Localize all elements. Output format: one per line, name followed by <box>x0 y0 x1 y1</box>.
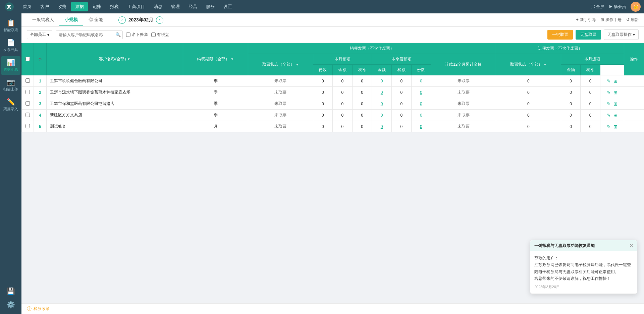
nav-message[interactable]: 消息 <box>150 2 166 11</box>
row-purchase-status: 未取票 <box>431 110 496 121</box>
row-sales-status: 未取票 <box>248 75 313 87</box>
nav-bookkeeping[interactable]: 记账 <box>89 2 105 11</box>
scan-icon: 📷 <box>7 79 15 85</box>
row-sales-monthly-amount: 0 <box>333 110 353 121</box>
table-row: 2 卫辉市汲水镇下图调香龛菖蒲木种植家庭农场 季 未取票 0 0 0 0 0 0… <box>22 87 644 98</box>
row-index: 4 <box>34 110 47 121</box>
row-checkbox-2[interactable] <box>25 101 30 106</box>
customer-filter-icon[interactable]: ▼ <box>127 57 130 61</box>
sidebar-bottom-download[interactable]: 💾 <box>1 285 20 297</box>
notification-text: 江苏政务网已恢复访问电子税务局功能，易代账一键登陆电子税务局与无盘取票相关功能可… <box>534 261 633 275</box>
diskless-operation-label: 无盘取票操作 <box>607 32 632 38</box>
sidebar-item-entry[interactable]: ✏️ 票据录入 <box>1 96 20 114</box>
nav-manage[interactable]: 管理 <box>167 2 184 11</box>
period-next-btn[interactable]: › <box>156 16 163 24</box>
sub-accounts-checkbox[interactable] <box>126 33 130 37</box>
select-all-checkbox[interactable] <box>25 57 30 61</box>
period-prev-btn[interactable]: ‹ <box>118 16 126 24</box>
row-sales-monthly-share: 0 <box>313 110 333 121</box>
row-actions: ✎ ⊞ <box>600 75 624 87</box>
row-customer-name: 卫辉市玖玖健合医药有限公司 <box>47 75 183 87</box>
tab-small-scale[interactable]: 小规模 <box>59 14 83 26</box>
row-checkbox-cell <box>22 110 34 121</box>
table-row: 1 卫辉市玖玖健合医药有限公司 季 未取票 0 0 0 0 0 0 未取票 0 … <box>22 75 644 87</box>
purchase-status-filter-icon[interactable]: ▼ <box>543 63 547 66</box>
row-purchase-monthly-amount: 0 <box>561 121 581 132</box>
tab-all[interactable]: ◎ 全能 <box>83 14 108 26</box>
fullscreen-btn[interactable]: ⛶ 全屏 <box>591 4 604 10</box>
period-nav: ‹ 2023年02月 › <box>118 16 164 24</box>
row-index: 3 <box>34 98 47 110</box>
row-detail-icon[interactable]: ⊞ <box>613 124 618 129</box>
row-edit-icon[interactable]: ✎ <box>607 90 611 95</box>
nav-invoice[interactable]: 票据 <box>71 2 88 11</box>
row-edit-icon[interactable]: ✎ <box>607 113 611 118</box>
period-text: 2023年02月 <box>128 17 154 23</box>
search-button[interactable]: 🔍 <box>115 32 121 37</box>
avatar[interactable]: 🐱 <box>631 2 641 12</box>
row-sales-quarterly-amount: 0 <box>372 121 392 132</box>
row-checkbox-4[interactable] <box>25 124 30 128</box>
tax-policy-link[interactable]: 税务政策 <box>34 306 50 312</box>
row-sales-cumulative: 0 <box>411 98 431 110</box>
row-sales-quarterly-tax: 0 <box>391 110 411 121</box>
search-input[interactable] <box>56 30 123 39</box>
sub-tabs: 一般纳税人 小规模 ◎ 全能 ‹ 2023年02月 › ✦ 新手引导 ⊞ 操作手… <box>21 13 644 27</box>
employee-filter-label: 全部员工 <box>30 32 46 38</box>
sidebar-item-smart-ticket-label: 智能取票 <box>3 27 18 33</box>
tax-period-filter-icon[interactable]: ▼ <box>230 57 234 61</box>
notification-date: 2023年3月20日 <box>534 284 633 290</box>
row-detail-icon[interactable]: ⊞ <box>613 90 618 95</box>
row-edit-icon[interactable]: ✎ <box>607 78 611 84</box>
sidebar-bottom-settings[interactable]: ⚙️ <box>1 299 20 311</box>
has-tax-disk-checkbox[interactable] <box>151 33 156 37</box>
member-btn[interactable]: ▶ 畅会员 <box>609 4 626 10</box>
sales-status-filter-icon[interactable]: ▼ <box>296 63 299 66</box>
nav-service[interactable]: 服务 <box>202 2 219 11</box>
row-edit-icon[interactable]: ✎ <box>607 101 611 107</box>
row-detail-icon[interactable]: ⊞ <box>613 78 618 84</box>
sidebar-item-summary[interactable]: 📊 票据汇总 <box>1 56 20 75</box>
th-tax-period: 纳税期限（全部） ▼ <box>183 43 248 75</box>
refresh-btn[interactable]: ↺ 刷新 <box>626 17 639 23</box>
nav-business[interactable]: 工商项目 <box>123 2 149 11</box>
row-checkbox-cell <box>22 121 34 132</box>
row-purchase-monthly-share: 0 <box>496 121 561 132</box>
tab-general-taxpayer[interactable]: 一般纳税人 <box>27 14 59 26</box>
manual-btn[interactable]: ⊞ 操作手册 <box>601 17 621 23</box>
nav-settings[interactable]: 设置 <box>219 2 236 11</box>
nav-items: 首页 客户 收费 票据 记账 报税 工商项目 消息 管理 经营 服务 设置 <box>19 2 591 11</box>
row-detail-icon[interactable]: ⊞ <box>613 113 618 118</box>
th-sales-monthly: 本月销项 <box>313 54 372 65</box>
sub-accounts-checkbox-label[interactable]: 名下账套 <box>126 32 148 38</box>
row-actions: ✎ ⊞ <box>600 98 624 110</box>
th-sales-cumulative: 连续12个月累计金额 <box>431 54 496 75</box>
notification-close-btn[interactable]: × <box>630 243 633 248</box>
notification-apology: 给您带来的不便敬请谅解，祝您工作愉快！ <box>534 275 633 282</box>
table-settings-icon[interactable]: ⚙ <box>38 57 42 62</box>
nav-customer[interactable]: 客户 <box>36 2 53 11</box>
row-checkbox-1[interactable] <box>25 90 30 94</box>
nav-tax[interactable]: 报税 <box>106 2 123 11</box>
row-sales-quarterly-tax: 0 <box>391 75 411 87</box>
diskless-ticket-btn[interactable]: 无盘取票 <box>576 30 601 40</box>
row-checkbox-3[interactable] <box>25 113 30 117</box>
table-row: 5 测试账套 月 未取票 0 0 0 0 0 0 未取票 0 0 0 ✎ ⊞ <box>22 121 644 132</box>
employee-filter[interactable]: 全部员工 ▾ <box>27 30 52 39</box>
row-sales-monthly-share: 0 <box>313 87 333 98</box>
sidebar-item-invoice[interactable]: 📄 发票开具 <box>1 37 20 55</box>
nav-home[interactable]: 首页 <box>19 2 36 11</box>
row-edit-icon[interactable]: ✎ <box>607 124 611 129</box>
row-detail-icon[interactable]: ⊞ <box>613 101 618 107</box>
nav-billing[interactable]: 收费 <box>54 2 70 11</box>
row-checkbox-0[interactable] <box>25 78 30 83</box>
has-tax-disk-checkbox-label[interactable]: 有税盘 <box>151 32 169 38</box>
has-tax-disk-label: 有税盘 <box>157 32 169 38</box>
nav-operation[interactable]: 经营 <box>184 2 201 11</box>
sidebar-item-smart-ticket[interactable]: 📋 智能取票 <box>1 17 20 35</box>
newbie-guide-btn[interactable]: ✦ 新手引导 <box>576 17 596 23</box>
row-sales-quarterly-amount: 0 <box>372 87 392 98</box>
diskless-operation-btn[interactable]: 无盘取票操作 ▾ <box>604 29 639 40</box>
sidebar-item-scan[interactable]: 📷 扫描上传 <box>1 76 20 95</box>
one-click-ticket-btn[interactable]: 一键取票 <box>547 30 573 40</box>
